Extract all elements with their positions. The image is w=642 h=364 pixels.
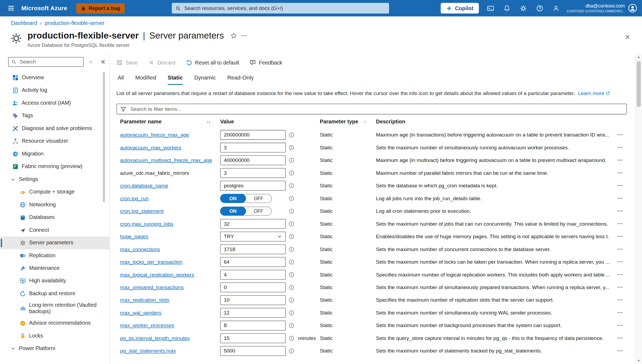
value-input-autovacuum-freeze-max-age[interactable] [220,130,286,140]
value-input-max-replication-slots[interactable] [220,295,286,305]
row-more-button[interactable] [617,284,623,290]
sidebar-item-fabric-mirroring-preview[interactable]: Fabric mirroring (preview) [0,160,109,173]
global-search[interactable] [172,3,389,14]
toggle-on-option[interactable]: ON [220,206,246,215]
collapse-sidebar-icon[interactable] [100,59,106,65]
parameter-link-max-worker-processes[interactable]: max_worker_processes [120,323,174,328]
parameter-link-cron-max-running-jobs[interactable]: cron.max_running_jobs [120,221,173,226]
tab-read-only[interactable]: Read-Only [227,75,254,85]
sort-icon[interactable]: ↑ [364,119,366,124]
row-more-button[interactable] [617,170,623,176]
parameter-link-autovacuum-multixact-freeze-max-age[interactable]: autovacuum_multixact_freeze_max_age [120,157,212,163]
column-header-parameter-name[interactable]: Parameter name↑↓ [116,119,217,125]
info-icon[interactable] [288,221,294,226]
value-input-cron-max-running-jobs[interactable] [220,219,286,229]
hamburger-menu-icon[interactable] [7,5,15,12]
help-icon[interactable] [536,5,543,12]
scroll-down-arrow[interactable]: ▼ [635,359,642,362]
sidebar-item-replication[interactable]: Replication [0,249,109,262]
value-input-azure-cdc-max-fabric-mirrors[interactable] [220,168,286,178]
info-icon[interactable] [288,246,294,252]
row-more-button[interactable] [617,271,623,278]
parameter-link-cron-log-run[interactable]: cron.log_run [120,195,149,201]
title-more-icon[interactable] [241,32,248,39]
sidebar-item-long-term-retention-vaulted-backups[interactable]: Long-term retention (Vaulted backups) [0,300,109,317]
parameter-link-autovacuum-freeze-max-age[interactable]: autovacuum_freeze_max_age [120,132,189,138]
row-more-button[interactable] [617,221,623,227]
row-more-button[interactable] [617,335,623,341]
sidebar-item-overview[interactable]: Overview [0,71,109,84]
toggle-off-option[interactable]: OFF [246,207,271,215]
sidebar-item-resource-visualizer[interactable]: Resource visualizer [0,135,109,147]
tab-all[interactable]: All [118,75,124,85]
value-input-max-connections[interactable] [220,244,286,254]
azure-brand[interactable]: Microsoft Azure [21,5,67,12]
parameter-link-max-prepared-transactions[interactable]: max_prepared_transactions [120,284,184,290]
favorite-star-icon[interactable] [230,32,237,39]
info-icon[interactable] [288,323,294,328]
column-header-description[interactable]: Description [370,119,613,125]
parameter-link-cron-log-statement[interactable]: cron.log_statement [120,208,164,214]
parameter-link-cron-database-name[interactable]: cron.database_name [120,183,168,188]
support-icon[interactable] [552,5,559,12]
value-input-max-worker-processes[interactable] [220,320,286,330]
sidebar-search-input[interactable] [19,59,80,65]
info-icon[interactable] [288,157,294,163]
sidebar-item-backup-and-restore[interactable]: Backup and restore [0,287,109,300]
breadcrumb-link-dashboard[interactable]: Dashboard [11,20,37,26]
row-more-button[interactable] [617,246,623,252]
sidebar-item-compute-storage[interactable]: Compute + storage [0,186,109,198]
column-header-value[interactable]: Value [217,119,314,125]
sort-icon[interactable]: ↑↓ [207,119,210,124]
reset-all-to-default-button[interactable]: Reset all to default [186,59,239,65]
row-more-button[interactable] [617,259,623,265]
parameter-link-pg-stat-statements-max[interactable]: pg_stat_statements.max [120,348,176,354]
sidebar-item-tags[interactable]: Tags [0,109,109,122]
parameter-link-autovacuum-max-workers[interactable]: autovacuum_max_workers [120,145,181,150]
value-input-autovacuum-multixact-freeze-max-age[interactable] [220,155,286,165]
report-a-bug-button[interactable]: Report a bug [76,3,125,13]
toggle-on-option[interactable]: ON [220,194,246,203]
value-input-cron-database-name[interactable] [220,181,286,191]
sidebar-item-databases[interactable]: Databases [0,211,109,224]
breadcrumb-link-production-flexible-server[interactable]: production-flexible-server [45,20,105,26]
info-icon[interactable] [288,145,294,150]
parameter-link-max-connections[interactable]: max_connections [120,246,160,252]
row-more-button[interactable] [617,297,623,303]
global-search-input[interactable] [184,5,385,12]
settings-gear-icon[interactable] [520,5,527,12]
sidebar-item-server-parameters[interactable]: Server parameters [0,237,109,249]
sidebar-item-networking[interactable]: Networking [0,198,109,211]
row-more-button[interactable] [617,310,623,316]
sidebar-item-advisor-recommendations[interactable]: Advisor recommendations [0,317,109,329]
row-more-button[interactable] [617,132,623,138]
value-input-max-wal-senders[interactable] [220,308,286,318]
row-more-button[interactable] [617,322,623,328]
info-icon[interactable] [288,348,294,354]
scrollbar-thumb[interactable] [636,61,640,107]
avatar[interactable] [628,4,637,13]
info-icon[interactable] [288,259,294,264]
row-more-button[interactable] [617,208,623,214]
value-input-max-prepared-transactions[interactable] [220,282,286,292]
toggle-cron-log-statement[interactable]: ONOFF [220,206,272,215]
tab-modified[interactable]: Modified [135,75,156,85]
cloud-shell-icon[interactable] [487,5,494,12]
toggle-off-option[interactable]: OFF [246,194,271,202]
sidebar-item-connect[interactable]: Connect [0,224,109,236]
select-huge-pages[interactable]: TRY [220,232,286,241]
parameter-link-max-locks-per-transaction[interactable]: max_locks_per_transaction [120,259,183,264]
sidebar-item-activity-log[interactable]: Activity log [0,84,109,97]
scroll-up-arrow[interactable]: ▲ [635,55,642,58]
account-info[interactable]: dba@contoso.com CONTOSO (CONTOSO.ONMICRO… [567,3,625,13]
sidebar-item-diagnose-and-solve-problems[interactable]: Diagnose and solve problems [0,122,109,135]
info-icon[interactable] [288,335,294,341]
notifications-icon[interactable] [503,5,510,12]
info-icon[interactable] [288,170,294,176]
value-input-max-locks-per-transaction[interactable] [220,257,286,267]
parameter-link-max-wal-senders[interactable]: max_wal_senders [120,310,161,315]
row-more-button[interactable] [617,157,623,163]
sidebar-item-access-control-iam[interactable]: Access control (IAM) [0,97,109,109]
info-icon[interactable] [288,183,294,188]
value-input-autovacuum-max-workers[interactable] [220,142,286,152]
